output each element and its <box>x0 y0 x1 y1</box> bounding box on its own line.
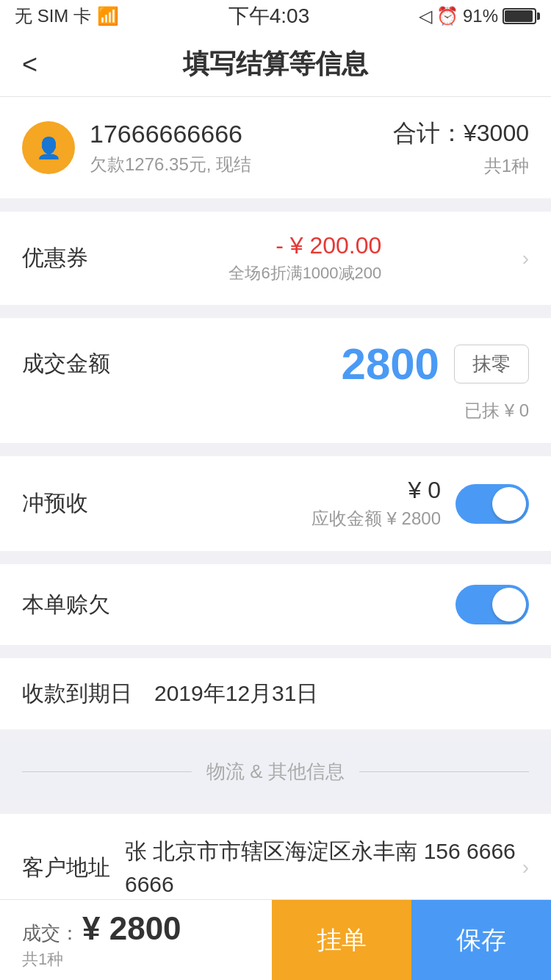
deal-amount-block: 2800 抹零 <box>342 339 529 389</box>
hold-button-label: 挂单 <box>317 923 367 957</box>
coupon-right: - ¥ 200.00 全场6折满1000减200 <box>228 232 381 284</box>
status-right: ◁ ⏰ 91% <box>419 6 536 26</box>
precollect-section: 冲预收 ¥ 0 应收金额 ¥ 2800 <box>0 456 551 551</box>
status-time: 下午4:03 <box>228 2 310 30</box>
wifi-icon: 📶 <box>97 6 119 26</box>
duedate-label: 收款到期日 <box>22 679 132 709</box>
logistics-divider: 物流 & 其他信息 <box>0 743 551 801</box>
coupon-amount: - ¥ 200.00 <box>228 232 381 259</box>
round-button[interactable]: 抹零 <box>454 345 529 383</box>
location-icon: ◁ <box>419 6 432 26</box>
back-button[interactable]: < <box>22 49 66 80</box>
precollect-sub: 应收金额 ¥ 2800 <box>311 507 441 530</box>
alarm-icon: ⏰ <box>436 6 458 26</box>
page-title: 填写结算等信息 <box>66 46 485 82</box>
customer-row: 👤 17666666666 欠款1276.35元, 现结 合计：¥3000 共1… <box>0 97 551 198</box>
save-button[interactable]: 保存 <box>411 900 551 980</box>
footer-deal-row: 成交： ¥ 2800 <box>22 910 250 947</box>
status-left: 无 SIM 卡 📶 <box>15 4 119 28</box>
customer-total: 合计：¥3000 <box>393 118 529 150</box>
credit-label: 本单赊欠 <box>22 590 110 620</box>
chevron-right-icon: › <box>522 247 529 270</box>
duedate-value: 2019年12月31日 <box>154 679 318 709</box>
deal-section: 成交金额 2800 抹零 已抹 ¥ 0 <box>0 318 551 443</box>
precollect-right: ¥ 0 应收金额 ¥ 2800 <box>311 477 529 530</box>
deal-sub-row: 已抹 ¥ 0 <box>22 398 529 422</box>
hold-button[interactable]: 挂单 <box>272 900 411 980</box>
battery-icon <box>503 8 536 24</box>
address-chevron-icon: › <box>522 856 529 879</box>
avatar: 👤 <box>22 121 75 174</box>
precollect-toggle[interactable] <box>455 484 529 524</box>
coupon-label: 优惠券 <box>22 243 88 273</box>
nav-bar: < 填写结算等信息 <box>0 32 551 97</box>
precollect-row: 冲预收 ¥ 0 应收金额 ¥ 2800 <box>22 477 529 530</box>
divider-line-left <box>22 771 192 772</box>
status-bar: 无 SIM 卡 📶 下午4:03 ◁ ⏰ 91% <box>0 0 551 32</box>
customer-debt: 欠款1276.35元, 现结 <box>90 153 251 176</box>
coupon-row[interactable]: 优惠券 - ¥ 200.00 全场6折满1000减200 › <box>0 212 551 305</box>
credit-toggle[interactable] <box>455 585 529 624</box>
credit-toggle-knob <box>492 588 526 621</box>
save-button-label: 保存 <box>456 923 506 957</box>
sim-label: 无 SIM 卡 <box>15 4 91 28</box>
customer-info: 17666666666 欠款1276.35元, 现结 <box>90 120 251 176</box>
customer-right: 合计：¥3000 共1种 <box>393 118 529 178</box>
customer-left: 👤 17666666666 欠款1276.35元, 现结 <box>22 120 251 176</box>
footer-amount: ¥ 2800 <box>82 910 181 947</box>
divider-text: 物流 & 其他信息 <box>206 759 345 785</box>
avatar-icon: 👤 <box>36 136 62 160</box>
coupon-desc: 全场6折满1000减200 <box>228 262 381 284</box>
duedate-section: 收款到期日 2019年12月31日 <box>0 658 551 729</box>
footer-count: 共1种 <box>22 948 250 970</box>
deal-amount-value: 2800 <box>342 339 439 389</box>
footer-deal-label: 成交： <box>22 920 79 946</box>
customer-phone: 17666666666 <box>90 120 251 148</box>
toggle-knob <box>492 487 526 521</box>
divider-line-right <box>359 771 529 772</box>
precollect-amount-block: ¥ 0 应收金额 ¥ 2800 <box>311 477 441 530</box>
deal-row: 成交金额 2800 抹零 <box>22 339 529 389</box>
battery-fill <box>505 10 533 22</box>
precollect-amount: ¥ 0 <box>311 477 441 504</box>
footer-summary: 成交： ¥ 2800 共1种 <box>0 900 272 980</box>
back-icon: < <box>22 49 37 79</box>
battery-percent: 91% <box>463 6 498 26</box>
customer-count: 共1种 <box>393 154 529 178</box>
address-value: 张 北京市市辖区海淀区永丰南 156 6666 6666 <box>125 835 522 901</box>
address-label: 客户地址 <box>22 853 125 883</box>
footer-bar: 成交： ¥ 2800 共1种 挂单 保存 <box>0 899 551 980</box>
deal-amount-label: 成交金额 <box>22 349 110 379</box>
deal-sub-text: 已抹 ¥ 0 <box>464 400 529 420</box>
credit-section: 本单赊欠 <box>0 564 551 645</box>
precollect-label: 冲预收 <box>22 489 88 519</box>
